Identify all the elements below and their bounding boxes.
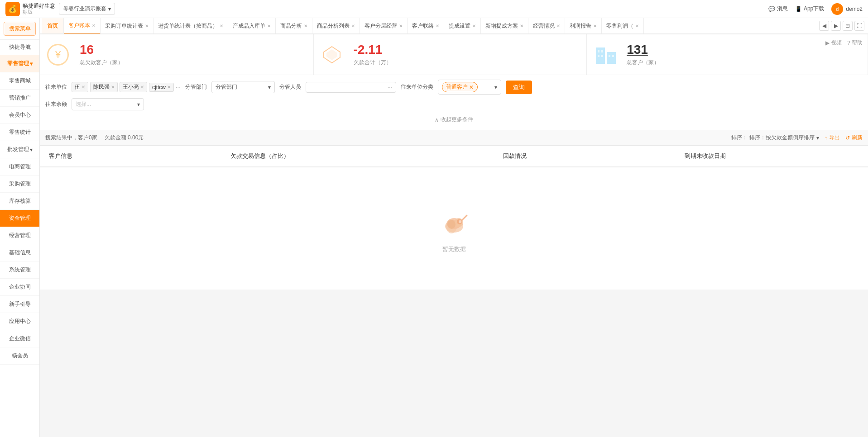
tab-product-analysis-list[interactable]: 商品分析列表 ✕ <box>312 18 360 34</box>
sidebar-item-operations[interactable]: 经营管理 <box>0 227 39 244</box>
tab-business-status[interactable]: 经营情况 ✕ <box>528 18 565 34</box>
sort-select[interactable]: 排序： 排序：按欠款金额倒序排序 ▾ <box>731 134 819 142</box>
tab-stock-stats[interactable]: 进货单统计表（按商品） ✕ <box>153 18 228 34</box>
tab-bar: 首页 客户账本 ✕ 采购订单统计表 ✕ 进货单统计表（按商品） ✕ 产成品入库单… <box>40 18 868 34</box>
tab-profit-report[interactable]: 利润报告 ✕ <box>565 18 602 34</box>
tag-close-wang[interactable]: ✕ <box>140 85 144 90</box>
top-bar-left: 💰 畅捷通好生意 标版 母婴行业演示账套 ▾ <box>5 2 115 16</box>
tab-close-icon[interactable]: ✕ <box>220 24 223 28</box>
tab-close-icon[interactable]: ✕ <box>556 24 560 28</box>
user-menu[interactable]: d demo2 <box>831 3 863 15</box>
tab-retail-profit[interactable]: 零售利润（ ✕ <box>602 18 644 34</box>
video-button[interactable]: ▶ 视频 <box>825 39 842 47</box>
chevron-down-icon: ▾ <box>268 84 271 90</box>
sidebar-item-retail-store[interactable]: 零售商城 <box>0 72 39 90</box>
svg-point-15 <box>459 220 461 223</box>
stat-card-debt: -2.11 欠款合计（万） <box>313 34 587 75</box>
message-button[interactable]: 💬 消息 <box>768 5 788 13</box>
search-menu-button[interactable]: 搜索菜单 <box>4 22 36 36</box>
tab-close-icon[interactable]: ✕ <box>145 24 149 28</box>
results-bar: 搜索结果中，客户0家 欠款金额 0.00元 排序： 排序：按欠款金额倒序排序 ▾… <box>40 130 868 146</box>
svg-rect-9 <box>612 55 614 57</box>
sidebar-item-enterprise[interactable]: 企业协同 <box>0 279 39 296</box>
filter-section: 往来单位 伍 ✕ 陈民强 ✕ 王小亮 ✕ <box>40 75 868 130</box>
sidebar-item-retail-stats[interactable]: 零售统计 <box>0 124 39 141</box>
question-icon: ? <box>847 40 850 46</box>
unit-class-select[interactable]: 普通客户 ✕ ▾ <box>438 80 501 95</box>
unit-label: 往来单位 <box>45 83 67 91</box>
tab-close-icon[interactable]: ✕ <box>436 24 439 28</box>
chevron-icon: ▾ <box>30 147 33 153</box>
stat2-value: -2.11 <box>354 43 392 57</box>
tab-new-collection[interactable]: 新增提成方案 ✕ <box>481 18 528 34</box>
collapse-button[interactable]: ∧ 收起更多条件 <box>429 114 479 125</box>
quick-nav-button[interactable]: 快捷导航 <box>0 40 39 55</box>
tab-bar-controls: ◀ ▶ ⊟ ⛶ <box>819 21 866 31</box>
tab-close-icon[interactable]: ✕ <box>267 24 271 28</box>
tab-close-icon[interactable]: ✕ <box>304 24 307 28</box>
export-button[interactable]: ↑ 导出 <box>825 134 840 142</box>
tab-home[interactable]: 首页 <box>42 18 64 34</box>
tab-customer-contact[interactable]: 客户联络 ✕ <box>408 18 444 34</box>
app-download-button[interactable]: 📱 App下载 <box>795 5 824 13</box>
person-select[interactable]: ··· <box>306 82 396 93</box>
tag-close-cjttcw[interactable]: ✕ <box>167 85 171 90</box>
tab-close-icon[interactable]: ✕ <box>351 24 355 28</box>
sidebar-item-basic-info[interactable]: 基础信息 <box>0 244 39 261</box>
help-button[interactable]: ? 帮助 <box>847 39 863 47</box>
sidebar-item-system[interactable]: 系统管理 <box>0 261 39 279</box>
empty-label: 暂无数据 <box>442 245 466 253</box>
svg-rect-2 <box>596 48 605 64</box>
tab-close-icon[interactable]: ✕ <box>472 24 476 28</box>
tab-purchase-order-stats[interactable]: 采购订单统计表 ✕ <box>101 18 153 34</box>
tag-close-chen[interactable]: ✕ <box>111 85 115 90</box>
sidebar-item-app-center[interactable]: 应用中心 <box>0 313 39 330</box>
sidebar-item-ecommerce[interactable]: 电商管理 <box>0 158 39 176</box>
account-selector[interactable]: 母婴行业演示账套 ▾ <box>59 3 115 15</box>
sidebar-item-enterprise-wx[interactable]: 企业微信 <box>0 330 39 347</box>
stat1-text: 16 总欠款客户（家） <box>80 43 123 66</box>
tag-close-wu[interactable]: ✕ <box>82 85 85 90</box>
refresh-button[interactable]: ↺ 刷新 <box>845 134 863 142</box>
tab-prev-button[interactable]: ◀ <box>819 21 829 31</box>
balance-select[interactable]: 选择... ▾ <box>72 98 144 110</box>
logo-area: 💰 畅捷通好生意 标版 <box>5 2 55 16</box>
sidebar-item-new-guide[interactable]: 新手引导 <box>0 296 39 313</box>
sidebar-item-member-center[interactable]: 会员中心 <box>0 107 39 124</box>
tab-customer-tier[interactable]: 客户分层经营 ✕ <box>360 18 408 34</box>
tab-close-icon[interactable]: ✕ <box>92 23 96 28</box>
tab-expand-button[interactable]: ⊟ <box>843 21 853 31</box>
chevron-down-icon: ▾ <box>816 135 819 141</box>
more-tags-button[interactable]: ··· <box>176 84 181 90</box>
search-result-text: 搜索结果中，客户0家 <box>45 134 97 142</box>
col-repayment: 回款情况 <box>499 150 681 162</box>
chevron-down-icon: ▾ <box>494 84 497 90</box>
tab-next-button[interactable]: ▶ <box>831 21 841 31</box>
query-button[interactable]: 查询 <box>506 81 532 94</box>
tab-customer-accounts[interactable]: 客户账本 ✕ <box>64 18 101 34</box>
main-layout: 搜索菜单 快捷导航 零售管理 ▾ 零售商城 营销推广 会员中心 零售统计 批发管… <box>0 18 868 437</box>
sidebar-item-finance[interactable]: 资金管理 <box>0 210 39 227</box>
tab-collection-settings[interactable]: 提成设置 ✕ <box>444 18 481 34</box>
sidebar-item-wholesale-mgmt[interactable]: 批发管理 ▾ <box>0 141 39 158</box>
tab-close-icon[interactable]: ✕ <box>635 24 639 28</box>
tab-close-icon[interactable]: ✕ <box>520 24 523 28</box>
tab-fullscreen-button[interactable]: ⛶ <box>854 21 864 31</box>
page-content: ¥ 16 总欠款客户（家） <box>40 34 868 437</box>
sidebar-item-marketing[interactable]: 营销推广 <box>0 90 39 107</box>
person-label: 分管人员 <box>279 83 301 91</box>
sidebar-item-inventory[interactable]: 库存核算 <box>0 193 39 210</box>
sidebar-item-purchase-mgmt[interactable]: 采购管理 <box>0 176 39 193</box>
tab-close-icon[interactable]: ✕ <box>399 24 403 28</box>
sidebar-item-retail-mgmt[interactable]: 零售管理 ▾ <box>0 55 39 72</box>
tag-close-unit-class[interactable]: ✕ <box>469 84 474 90</box>
dept-select[interactable]: 分管部门 ▾ <box>211 81 275 93</box>
tab-product-analysis[interactable]: 商品分析 ✕ <box>276 18 312 34</box>
tab-product-cost[interactable]: 产成品入库单 ✕ <box>228 18 276 34</box>
message-icon: 💬 <box>768 6 775 12</box>
unit-class-label: 往来单位分类 <box>401 83 433 91</box>
tab-close-icon[interactable]: ✕ <box>593 24 597 28</box>
col-debt-info: 欠款交易信息（占比） <box>227 150 499 162</box>
sidebar-item-vip-member[interactable]: 畅会员 <box>0 347 39 365</box>
results-bar-right: 排序： 排序：按欠款金额倒序排序 ▾ ↑ 导出 ↺ 刷新 <box>731 134 863 142</box>
